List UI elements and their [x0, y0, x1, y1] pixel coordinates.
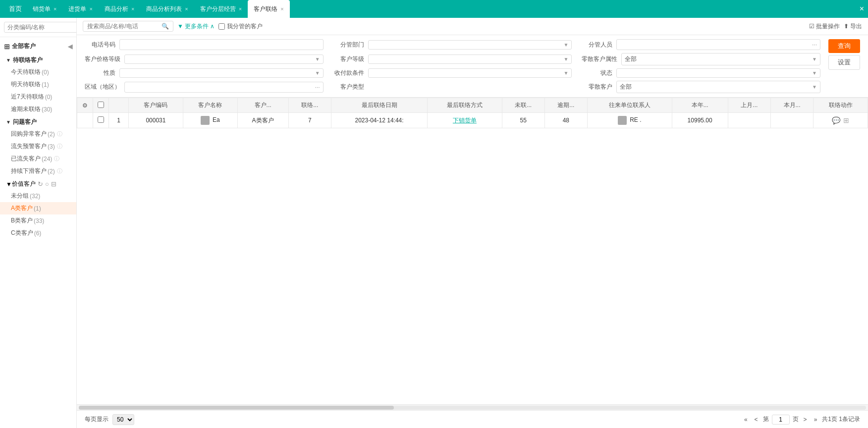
chevron-down-icon-retail: ▼ [812, 84, 817, 90]
sidebar-item-7days[interactable]: 近7天待联络 (0) [0, 91, 76, 103]
sidebar-item-declining[interactable]: 持续下滑客户 (2) ⓘ [0, 165, 76, 177]
chat-icon[interactable]: 💬 [832, 116, 840, 124]
contact-method-link[interactable]: 下销货单 [453, 117, 477, 124]
main-content: 🔍 ▼ 更多条件 ∧ 我分管的客户 ☑ 批量操作 [77, 18, 868, 428]
sidebar-item-c-class[interactable]: C类客户 (6) [0, 227, 76, 239]
tab-customer-tier[interactable]: 客户分层经营 × [194, 0, 248, 18]
sidebar-item-b-class[interactable]: B类客户 (33) [0, 214, 76, 227]
scroll-thumb[interactable] [79, 406, 394, 410]
filter-status-select[interactable]: ▼ [616, 68, 820, 78]
first-page-btn[interactable]: « [742, 415, 750, 424]
sidebar-item-churn-warning[interactable]: 流失预警客户 (3) ⓘ [0, 140, 76, 153]
filter-row-1: 电话号码 分管部门 ▼ [85, 39, 820, 50]
filter-person: 分管人员 ··· [582, 39, 820, 50]
close-customer-tier[interactable]: × [239, 6, 242, 12]
filter-customer-level-select[interactable]: ▼ [368, 54, 572, 64]
my-customers-checkbox[interactable] [218, 23, 225, 30]
filter-price-level: 客户价格等级 ▼ [85, 54, 324, 64]
home-tab[interactable]: 首页 [4, 0, 27, 18]
close-purchase-order[interactable]: × [89, 6, 92, 12]
td-action: 💬 ⊞ [814, 113, 868, 128]
filter-nature-select[interactable]: ▼ [119, 68, 324, 78]
table-row: 1 000031 Ea A类客户 7 2023-04-12 14:44: 下销货… [77, 113, 868, 128]
query-button[interactable]: 查询 [828, 39, 860, 53]
sidebar-search-input[interactable] [4, 22, 77, 33]
th-unit-contact: 往来单位联系人 [587, 98, 672, 113]
tab-sales-order[interactable]: 销货单 × [27, 0, 62, 18]
settings-button[interactable]: 设置 [828, 55, 860, 70]
all-customers-header[interactable]: ⊞ 全部客户 ◀ [0, 39, 76, 54]
refresh-icon[interactable]: ↻ [38, 180, 43, 188]
close-product-analysis[interactable]: × [131, 6, 134, 12]
sidebar-group-pending: ▼ 待联络客户 [0, 54, 76, 66]
per-page-select[interactable]: 50 [112, 414, 134, 425]
settings-icon[interactable]: ⊟ [51, 180, 56, 188]
check-icon: ☑ [809, 23, 814, 30]
main-search-icon[interactable]: 🔍 [162, 23, 169, 30]
filter-dept-select[interactable]: ▼ [368, 40, 572, 50]
next-page-btn[interactable]: > [802, 415, 809, 424]
td-last-contact-method[interactable]: 下销货单 [428, 113, 502, 128]
filter-panel: 电话号码 分管部门 ▼ [77, 35, 868, 98]
toolbar: 🔍 ▼ 更多条件 ∧ 我分管的客户 ☑ 批量操作 [77, 18, 868, 35]
export-btn[interactable]: ⬆ 导出 [844, 22, 862, 31]
filter-person-select[interactable]: ··· [616, 39, 820, 50]
filter-payment-select[interactable]: ▼ [368, 68, 572, 78]
filter-row-3: 性质 ▼ 收付款条件 ▼ [85, 68, 820, 78]
th-last-month: 上月... [728, 98, 770, 113]
tab-product-analysis-list[interactable]: 商品分析列表 × [140, 0, 194, 18]
footer-left: 每页显示 50 [85, 414, 134, 425]
filter-region-select[interactable]: ··· [124, 82, 324, 93]
sidebar-content: ⊞ 全部客户 ◀ ▼ 待联络客户 今天待联络 (0) 明天待联络 (1) [0, 37, 76, 428]
my-customers-checkbox-area[interactable]: 我分管的客户 [218, 22, 263, 31]
td-seq: 1 [109, 113, 129, 128]
select-all-checkbox[interactable] [98, 102, 104, 108]
filter-phone-input[interactable] [119, 39, 324, 50]
add-icon[interactable]: ○ [45, 180, 49, 188]
sidebar-item-repeat-abnormal[interactable]: 回购异常客户 (2) ⓘ [0, 128, 76, 140]
filter-retail-customer-select[interactable]: 全部 ▼ [616, 81, 820, 93]
close-customer-contact[interactable]: × [280, 6, 283, 12]
tab-purchase-order[interactable]: 进货单 × [62, 0, 98, 18]
scroll-track[interactable] [79, 406, 866, 410]
info-icon-2: ⓘ [57, 143, 62, 150]
sidebar-item-churned[interactable]: 已流失客户 (24) ⓘ [0, 153, 76, 165]
th-settings[interactable]: ⚙ [77, 98, 93, 113]
dots-icon-region: ··· [315, 84, 320, 91]
filter-phone: 电话号码 [85, 39, 324, 50]
more-filter-btn[interactable]: ▼ 更多条件 ∧ [177, 22, 215, 31]
filter-retail-attr-select[interactable]: 全部 ▼ [621, 53, 820, 65]
row-checkbox[interactable] [98, 116, 104, 123]
sidebar-item-overdue[interactable]: 逾期未联络 (30) [0, 103, 76, 115]
page-number-input[interactable] [772, 415, 790, 425]
filter-row-4: 区域（地区） ··· 客户类型 [85, 81, 820, 93]
sidebar-item-tomorrow[interactable]: 明天待联络 (1) [0, 78, 76, 91]
sidebar-collapse-btn[interactable]: ◀ [68, 43, 72, 50]
chevron-down-icon-dept: ▼ [563, 42, 568, 48]
sidebar-item-ungroup[interactable]: 未分组 (32) [0, 190, 76, 202]
th-name: 客户名称 [183, 98, 237, 113]
close-sales-order[interactable]: × [54, 6, 56, 12]
td-name: Ea [183, 113, 237, 128]
filter-nature: 性质 ▼ [85, 68, 324, 78]
prev-page-btn[interactable]: < [753, 415, 760, 424]
sidebar-item-today[interactable]: 今天待联络 (0) [0, 66, 76, 78]
sidebar-item-a-class[interactable]: A类客户 (1) [0, 202, 76, 214]
th-check[interactable] [93, 98, 109, 113]
td-check[interactable] [93, 113, 109, 128]
main-search-input[interactable] [87, 23, 162, 30]
close-window-btn[interactable]: × [860, 4, 864, 13]
close-product-analysis-list[interactable]: × [185, 6, 188, 12]
horizontal-scrollbar[interactable] [77, 404, 868, 410]
filter-price-level-select[interactable]: ▼ [124, 54, 324, 64]
th-action: 联络动作 [814, 98, 868, 113]
tab-product-analysis[interactable]: 商品分析 × [99, 0, 140, 18]
triangle-icon-2: ▼ [6, 119, 11, 125]
filter-customer-type: 客户类型 [333, 83, 572, 91]
tab-customer-contact[interactable]: 客户联络 × [248, 0, 289, 18]
qr-icon[interactable]: ⊞ [843, 116, 849, 124]
unit-contact-avatar [618, 116, 627, 125]
last-page-btn[interactable]: » [812, 415, 819, 424]
batch-op-btn[interactable]: ☑ 批量操作 [809, 22, 840, 31]
th-seq [109, 98, 129, 113]
